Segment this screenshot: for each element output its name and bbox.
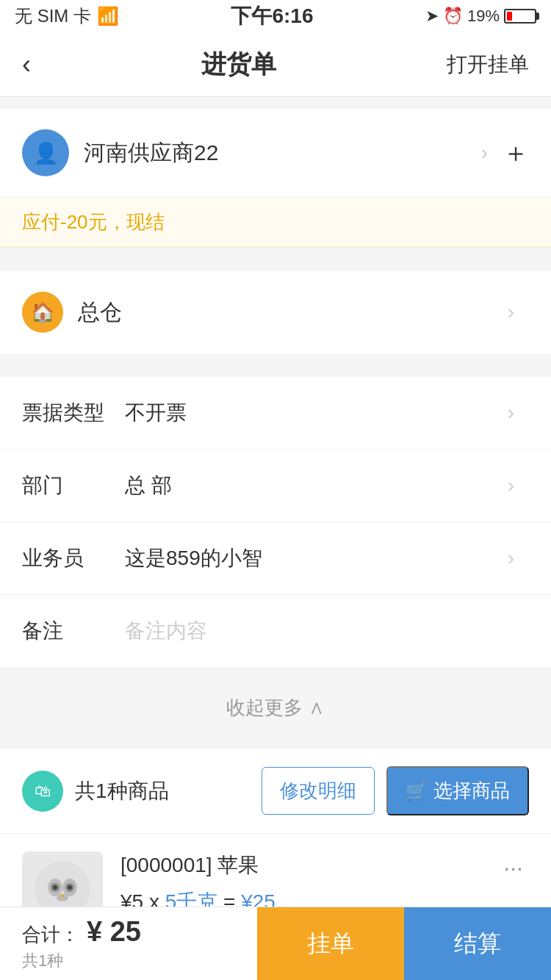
status-bar: 无 SIM 卡 📶 下午6:16 ➤ ⏰ 19% <box>0 0 551 32</box>
open-hang-button[interactable]: 打开挂单 <box>447 51 529 79</box>
warehouse-section: 🏠 总仓 › <box>0 271 551 353</box>
remark-placeholder: 备注内容 <box>125 617 529 645</box>
supplier-row[interactable]: 👤 河南供应商22 › ＋ <box>0 109 551 198</box>
nav-bar: ‹ 进货单 打开挂单 <box>0 32 551 97</box>
invoice-type-chevron: › <box>508 401 514 425</box>
form-section: 票据类型 不开票 › 部门 总 部 › 业务员 这是859的小智 › 备注 备注… <box>0 377 551 667</box>
battery-icon <box>504 9 536 24</box>
avatar-icon: 👤 <box>33 141 59 165</box>
total-label: 合计： <box>22 922 79 948</box>
page-title: 进货单 <box>201 48 276 82</box>
department-value: 总 部 <box>125 472 508 500</box>
footer-total: 合计： ¥ 25 共1种 <box>0 916 257 972</box>
location-icon: ➤ <box>425 7 439 26</box>
settle-button[interactable]: 结算 <box>404 907 551 981</box>
form-row-invoice-type[interactable]: 票据类型 不开票 › <box>0 377 551 450</box>
divider-1 <box>0 97 551 109</box>
status-right: ➤ ⏰ 19% <box>425 7 536 26</box>
supplier-section: 👤 河南供应商22 › ＋ 应付-20元，现结 <box>0 109 551 248</box>
collapse-label: 收起更多 ∧ <box>226 696 324 718</box>
warehouse-icon: 🏠 <box>22 292 63 333</box>
invoice-type-value: 不开票 <box>125 399 508 427</box>
invoice-type-label: 票据类型 <box>22 399 125 427</box>
department-chevron: › <box>508 474 514 497</box>
warehouse-chevron-icon: › <box>508 300 514 324</box>
salesperson-label: 业务员 <box>22 544 125 572</box>
settle-label: 结算 <box>454 928 501 960</box>
status-left: 无 SIM 卡 📶 <box>15 4 119 28</box>
divider-3 <box>0 365 551 377</box>
back-button[interactable]: ‹ <box>22 49 31 80</box>
form-row-remark[interactable]: 备注 备注内容 <box>0 595 551 667</box>
product-more-button[interactable]: ··· <box>497 851 529 884</box>
product-count-text: 共1种商品 <box>75 777 262 805</box>
remark-label: 备注 <box>22 617 125 645</box>
salesperson-value: 这是859的小智 <box>125 544 508 572</box>
product-code: [0000001] <box>120 854 212 876</box>
select-product-button[interactable]: 🛒 选择商品 <box>386 766 529 815</box>
supplier-name: 河南供应商22 <box>84 138 481 168</box>
hang-button[interactable]: 挂单 <box>257 907 404 981</box>
edit-detail-button[interactable]: 修改明细 <box>262 767 375 815</box>
chevron-right-icon: › <box>481 141 488 165</box>
warehouse-row[interactable]: 🏠 总仓 › <box>0 271 551 353</box>
status-time: 下午6:16 <box>231 2 313 30</box>
carrier-text: 无 SIM 卡 <box>15 4 91 28</box>
select-product-label: 选择商品 <box>433 778 510 804</box>
add-supplier-button[interactable]: ＋ <box>503 135 529 171</box>
shopping-bag-icon: 🛍 <box>35 782 51 801</box>
product-name: [0000001] 苹果 <box>120 851 497 879</box>
form-row-department[interactable]: 部门 总 部 › <box>0 450 551 522</box>
alarm-icon: ⏰ <box>443 7 463 26</box>
svg-point-6 <box>68 885 72 890</box>
department-label: 部门 <box>22 472 125 500</box>
svg-point-5 <box>53 885 57 890</box>
product-header: 🛍 共1种商品 修改明细 🛒 选择商品 <box>0 749 551 834</box>
salesperson-chevron: › <box>508 547 514 570</box>
product-title: 苹果 <box>217 854 259 876</box>
collapse-button[interactable]: 收起更多 ∧ <box>0 679 551 737</box>
warning-text: 应付-20元，现结 <box>22 211 165 233</box>
warehouse-name: 总仓 <box>78 298 508 328</box>
wifi-icon: 📶 <box>97 6 119 26</box>
warning-banner: 应付-20元，现结 <box>0 198 551 248</box>
form-row-salesperson[interactable]: 业务员 这是859的小智 › <box>0 522 551 595</box>
total-count: 共1种 <box>22 951 63 970</box>
total-amount: ¥ 25 <box>87 916 141 948</box>
divider-2 <box>0 259 551 271</box>
supplier-avatar: 👤 <box>22 129 69 176</box>
product-count-icon: 🛍 <box>22 771 63 812</box>
battery-percent: 19% <box>467 7 500 26</box>
footer: 合计： ¥ 25 共1种 挂单 结算 <box>0 907 551 980</box>
warehouse-icon-symbol: 🏠 <box>31 301 54 324</box>
cart-icon: 🛒 <box>406 781 428 801</box>
hang-label: 挂单 <box>307 928 354 960</box>
